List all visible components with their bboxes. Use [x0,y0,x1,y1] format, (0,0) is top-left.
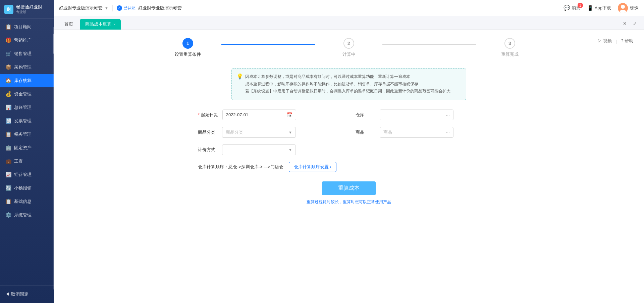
sidebar-item-tax[interactable]: 📋 税务管理 [0,128,54,141]
warehouse-more-icon: ··· [446,112,450,118]
category-field: 商品分类 商品分类 ▼ [198,127,342,138]
goods-input[interactable]: 商品 ··· [380,127,453,138]
form-row-3: 计价方式 ▼ [198,144,500,155]
sidebar-item-label: 工资 [14,158,23,164]
question-icon: ? [621,38,623,43]
sidebar-item-label: 销售管理 [14,51,32,57]
sidebar-item-operation[interactable]: 📈 经营管理 [0,168,54,181]
tab-close-icon[interactable]: × [113,23,115,26]
message-icon: 💬 [564,5,570,11]
video-link[interactable]: ▷ 视频 [597,38,612,44]
goods-placeholder: 商品 [383,129,446,135]
info-line-1: 因成本计算参数调整，或是对商品成本有疑问时，可以通过成本重算功能，重新计算一遍成… [245,73,461,81]
accounting-icon: 📊 [5,104,11,111]
sidebar-item-label: 采购管理 [14,64,32,70]
sidebar-item-accounting[interactable]: 📊 总账管理 [0,101,54,114]
sidebar-item-project[interactable]: 📋 项目顾问 [0,20,54,34]
sidebar-item-purchase[interactable]: 📦 采购管理 [0,60,54,74]
steps-container: 1 设置重算条件 2 计算中 3 重算完成 ▷ 视 [64,38,633,57]
sidebar-item-invoice[interactable]: 🧾 发票管理 [0,114,54,128]
app-download-btn[interactable]: 📱 App下载 [587,5,611,11]
tab-close-btn[interactable]: ✕ [621,20,629,27]
start-date-input[interactable]: 2022-07-01 📅 [222,110,296,120]
warehouse-field: 仓库 ··· [356,110,500,120]
assets-icon: 🏢 [5,145,11,151]
sidebar-item-label: 总账管理 [14,104,32,111]
sidebar-item-label: 库存核算 [14,78,32,84]
verified-status: ✓ 已认证 [117,5,136,11]
user-profile[interactable]: 珠珠 [618,3,639,13]
goods-field: 商品 商品 ··· [356,127,500,138]
sidebar-unpin-btn[interactable]: ◀ 取消固定 [0,288,54,300]
sidebar: 财 畅捷通好业财 专业版 📋 项目顾问 🎁 营销推广 🛒 销售管理 📦 采购管理… [0,0,54,303]
step-3-circle: 3 [504,38,515,49]
sidebar-item-inventory[interactable]: 🏠 库存核算 [0,74,54,87]
sidebar-item-label: 项目顾问 [14,24,32,30]
scroll-thumb [53,34,54,54]
step-line-1 [221,44,315,45]
tab-cost-recalc[interactable]: 商品成本重算 × [80,19,121,30]
scroll-indicator [53,27,54,290]
tab-controls: ✕ ⤢ [621,20,639,29]
price-method-arrow-icon: ▼ [288,148,292,152]
price-method-select[interactable]: ▼ [222,144,296,155]
form-section: 起始日期 2022-07-01 📅 仓库 ··· 商品分 [198,110,500,205]
step-2-label: 计算中 [342,51,356,57]
sidebar-item-marketing[interactable]: 🎁 营销推广 [0,34,54,47]
inventory-icon: 🏠 [5,78,11,84]
info-line-2: 成本重算过程中，影响库存账的操作均不能操作，比如进货单、销售单、库存单据不能审核… [245,81,461,88]
category-select[interactable]: 商品分类 ▼ [222,127,296,138]
account-selector[interactable]: 好业财专业版演示帐套 ▼ [59,5,108,11]
user-name: 珠珠 [630,5,639,11]
action-section: 重算成本 重算过程耗时较长，重算时您可以正常使用产品 [198,181,500,205]
verified-text: 已认证 [123,5,136,11]
sidebar-item-expense[interactable]: 🔄 小畅报销 [0,181,54,195]
sidebar-item-label: 税务管理 [14,131,32,137]
marketing-icon: 🎁 [5,37,11,43]
tab-home-label: 首页 [64,21,73,27]
sales-icon: 🛒 [5,51,11,57]
sidebar-bottom: ◀ 取消固定 [0,285,54,303]
sidebar-item-basic[interactable]: 📋 基础信息 [0,195,54,208]
start-date-field: 起始日期 2022-07-01 📅 [198,110,342,120]
sidebar-item-system[interactable]: ⚙️ 系统管理 [0,208,54,222]
goods-more-icon: ··· [446,130,450,135]
tabbar: 首页 商品成本重算 × ✕ ⤢ [54,16,644,30]
salary-icon: 💼 [5,158,11,164]
recalc-hint: 重算过程耗时较长，重算时您可以正常使用产品 [307,199,391,205]
warehouse-order-label: 仓库计算顺序：总仓->深圳仓库->...->门店仓 [198,164,283,170]
start-date-value: 2022-07-01 [226,112,287,117]
warehouse-order-btn[interactable]: 仓库计算顺序设置 › [289,162,336,172]
sidebar-item-label: 发票管理 [14,118,32,124]
content-area: 1 设置重算条件 2 计算中 3 重算完成 ▷ 视 [54,30,644,303]
help-link[interactable]: ? 帮助 [621,38,633,44]
sidebar-item-sales[interactable]: 🛒 销售管理 [0,47,54,60]
message-btn[interactable]: 💬 消息 1 [564,5,580,11]
verified-badge-icon: ✓ [117,5,122,11]
tab-cost-recalc-label: 商品成本重算 [85,21,111,27]
warehouse-order-row: 仓库计算顺序：总仓->深圳仓库->...->门店仓 仓库计算顺序设置 › [198,162,500,172]
sidebar-item-assets[interactable]: 🏢 固定资产 [0,141,54,155]
expense-icon: 🔄 [5,185,11,191]
sidebar-item-finance[interactable]: 💰 资金管理 [0,87,54,101]
calendar-icon: 📅 [287,112,292,118]
sidebar-nav: 📋 项目顾问 🎁 营销推广 🛒 销售管理 📦 采购管理 🏠 库存核算 💰 资金管… [0,19,54,285]
message-badge: 1 [578,3,583,8]
avatar [618,3,628,13]
company-name: 好业财专业版演示帐套 [138,5,182,11]
sidebar-item-salary[interactable]: 💼 工资 [0,155,54,168]
tab-home[interactable]: 首页 [59,19,78,30]
account-name: 好业财专业版演示帐套 [59,5,103,11]
info-icon: 💡 [236,73,243,80]
start-date-label: 起始日期 [198,112,218,118]
project-icon: 📋 [5,24,11,30]
recalc-btn[interactable]: 重算成本 [322,181,376,195]
sidebar-item-label: 系统管理 [14,212,32,218]
step-2-circle: 2 [343,38,354,49]
step-1: 1 设置重算条件 [154,38,221,57]
step-1-circle: 1 [182,38,193,49]
warehouse-input[interactable]: ··· [380,110,453,120]
tab-expand-btn[interactable]: ⤢ [631,20,639,27]
invoice-icon: 🧾 [5,118,11,124]
step-3: 3 重算完成 [476,38,543,57]
